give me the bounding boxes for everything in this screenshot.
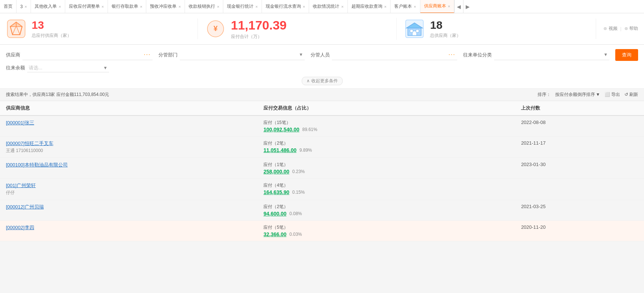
nav-tab-cash-bank-stat[interactable]: 现金银行统计 × <box>223 0 262 13</box>
supplier-table: 供应商信息 应付交易信息（占比） 上次付数 [000001]张三应付（15笔）1… <box>0 101 644 241</box>
export-icon: ⬜ <box>605 92 610 97</box>
last-pay-cell: 2021-11-17 <box>515 136 644 158</box>
supplier-link[interactable]: [001]广州荣轩 <box>6 183 36 188</box>
tx-amount[interactable]: 11,051,486.00 <box>263 147 297 153</box>
nav-prev-button[interactable]: ◀ <box>454 0 463 13</box>
tx-amount[interactable]: 32,366.00 <box>263 231 286 237</box>
close-icon[interactable]: × <box>414 4 416 9</box>
tx-amount[interactable]: 94,600.00 <box>263 211 286 217</box>
supplier-link[interactable]: [000001]张三 <box>6 120 34 125</box>
tx-label: 应付（15笔） <box>263 120 509 126</box>
supplier-link[interactable]: [000100]本特勒油品有限公司 <box>6 162 68 168</box>
card2-content: 11,170.39 应付合计（万） <box>231 18 287 40</box>
close-icon[interactable]: × <box>102 4 104 9</box>
category-chevron-icon[interactable]: ▼ <box>603 52 608 57</box>
sort-chevron-icon: ▼ <box>596 92 600 97</box>
nav-tab-3[interactable]: 3 × <box>17 0 31 13</box>
last-pay-cell: 2021-03-25 <box>515 200 644 220</box>
tx-amount[interactable]: 258,000.00 <box>263 169 289 175</box>
collapse-button[interactable]: ∧ 收起更多条件 <box>302 77 343 85</box>
refresh-button[interactable]: ↺ 刷新 <box>624 92 638 98</box>
tx-percent: 0.08% <box>289 211 302 216</box>
nav-tab-cash-bank-flow[interactable]: 现金银行流水查询 × <box>262 0 309 13</box>
balance-input-wrap: 请选... ▼ <box>27 64 109 72</box>
total-payable-suppliers-label: 总应付供应商（家） <box>32 32 71 39</box>
nav-tab-ap-adjust-label: 应收应付调整单 <box>69 3 100 10</box>
nav-tab-ap-adjust[interactable]: 应收应付调整单 × <box>65 0 108 13</box>
supplier-link[interactable]: [000002]李四 <box>6 225 34 230</box>
refresh-label: 刷新 <box>629 92 638 98</box>
category-input[interactable] <box>496 51 604 59</box>
nav-tab-other-income-label: 其他收入单 <box>35 3 57 10</box>
nav-tab-home-label: 首页 <box>4 3 13 10</box>
export-button[interactable]: ⬜ 导出 <box>605 92 620 98</box>
nav-tab-other-income[interactable]: 其他收入单 × <box>31 0 65 13</box>
last-pay-cell: 2023-01-30 <box>515 158 644 178</box>
tx-amount[interactable]: 164,635.90 <box>263 189 289 195</box>
filter-dept: 分管部门 ▼ <box>158 50 305 60</box>
category-input-wrap: ▼ <box>494 50 610 60</box>
sort-select[interactable]: 按应付余额倒序排序 ▼ <box>555 92 600 98</box>
last-pay-cell: 2022-08-08 <box>515 116 644 137</box>
svg-text:¥: ¥ <box>213 24 218 32</box>
table-row: [000001]张三应付（15笔）100,092,540.0089.61%202… <box>0 116 644 137</box>
supplier-sub-info: 仔仔 <box>6 190 252 196</box>
tx-label: 应付（4笔） <box>263 182 509 189</box>
supplier-input[interactable] <box>24 51 144 59</box>
tx-amount[interactable]: 100,092,540.00 <box>263 127 299 132</box>
nav-tab-supplier-account[interactable]: 供应商账本 × <box>420 0 454 13</box>
nav-tab-collect-stat[interactable]: 收款情况统计 × <box>309 0 347 13</box>
close-icon[interactable]: × <box>384 4 386 9</box>
summary-card-total: 18 总供应商（家） <box>397 18 596 39</box>
close-icon[interactable]: × <box>217 4 219 9</box>
nav-next-button[interactable]: ▶ <box>463 0 472 13</box>
tx-cell: 应付（2笔）11,051,486.009.89% <box>258 136 515 158</box>
search-button[interactable]: 查询 <box>615 49 638 61</box>
help-link[interactable]: ⊙ 帮助 <box>624 25 638 32</box>
dept-input[interactable] <box>181 51 299 59</box>
result-actions: 排序： 按应付余额倒序排序 ▼ ⬜ 导出 ↺ 刷新 <box>538 92 638 98</box>
card1-content: 13 总应付供应商（家） <box>32 18 71 39</box>
video-link[interactable]: ⊙ 视频 <box>603 25 617 32</box>
nav-tab-3-label: 3 <box>20 4 23 9</box>
tx-percent: 89.61% <box>302 127 318 132</box>
summary-card-amount: ¥ 11,170.39 应付合计（万） <box>198 18 397 40</box>
nav-tab-advance-collect[interactable]: 预收冲应收单 × <box>146 0 185 13</box>
nav-tab-home[interactable]: 首页 <box>0 0 17 13</box>
sort-label: 排序： <box>538 92 551 98</box>
table-row: [000007]恒旺二手叉车王通 17106110000应付（2笔）11,051… <box>0 136 644 158</box>
nav-tab-customer-account[interactable]: 客户账本 × <box>391 0 420 13</box>
nav-tab-overdue-collect[interactable]: 超期应收款查询 × <box>348 0 391 13</box>
nav-tab-collect-verify[interactable]: 收款核销执行 × <box>185 0 223 13</box>
supplier-cell: [000012]广州贝瑞 <box>0 200 258 220</box>
tx-label: 应付（2笔） <box>263 204 509 210</box>
person-picker-icon[interactable]: ··· <box>448 51 455 58</box>
sort-value: 按应付余额倒序排序 <box>555 92 595 98</box>
close-icon[interactable]: × <box>178 4 181 9</box>
close-icon[interactable]: × <box>25 4 27 9</box>
table-header-row: 供应商信息 应付交易信息（占比） 上次付数 <box>0 101 644 116</box>
close-icon[interactable]: × <box>341 4 343 9</box>
amount-icon: ¥ <box>205 18 226 39</box>
supplier-link[interactable]: [000007]恒旺二手叉车 <box>6 141 53 146</box>
supplier-link[interactable]: [000012]广州贝瑞 <box>6 204 44 210</box>
store-icon <box>404 18 425 39</box>
filter-row-2: 往来余额 请选... ▼ <box>6 64 638 72</box>
nav-tab-bank-deposit[interactable]: 银行存取款单 × <box>108 0 146 13</box>
tx-percent: 0.03% <box>289 232 302 237</box>
balance-chevron-icon[interactable]: ▼ <box>103 65 108 70</box>
person-input[interactable] <box>333 51 448 59</box>
tx-cell: 应付（1笔）258,000.000.23% <box>258 158 515 178</box>
nav-tab-collect-stat-label: 收款情况统计 <box>313 3 339 10</box>
dept-chevron-icon[interactable]: ▼ <box>299 52 303 57</box>
tx-label: 应付（2笔） <box>263 140 509 146</box>
category-filter-label: 往来单位分类 <box>463 52 492 58</box>
close-icon[interactable]: × <box>448 4 450 8</box>
close-icon[interactable]: × <box>255 4 258 9</box>
close-icon[interactable]: × <box>140 4 142 9</box>
close-icon[interactable]: × <box>59 4 61 9</box>
supplier-picker-icon[interactable]: ··· <box>144 51 151 58</box>
close-icon[interactable]: × <box>303 4 305 9</box>
data-table-container: 供应商信息 应付交易信息（占比） 上次付数 [000001]张三应付（15笔）1… <box>0 101 644 293</box>
result-summary-text: 搜索结果中，供应商13家 应付金额111,703,854.00元 <box>6 92 109 98</box>
